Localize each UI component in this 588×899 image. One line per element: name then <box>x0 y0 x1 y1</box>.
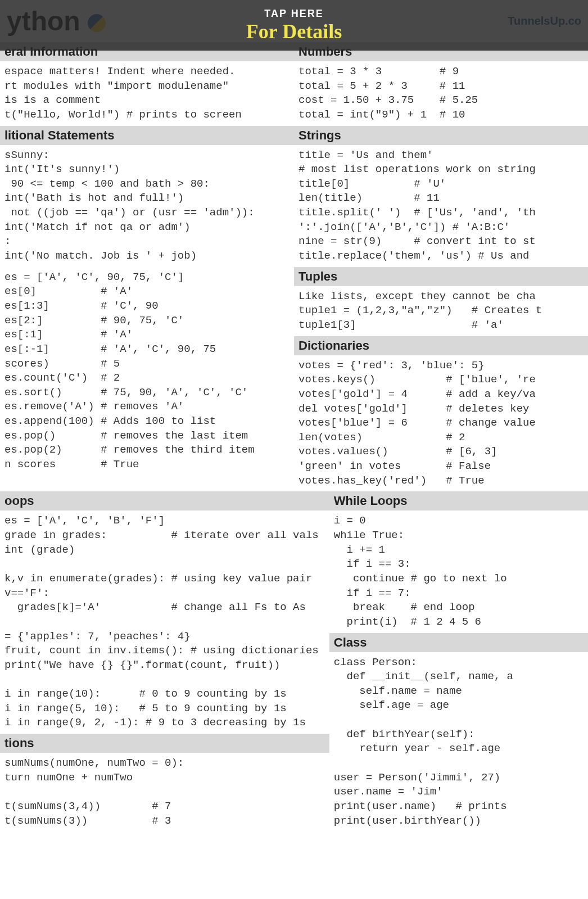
tap-here-text: TAP HERE <box>264 8 323 20</box>
bottom-columns: oops es = ['A', 'C', 'B', 'F'] grade in … <box>0 491 588 832</box>
class-header: Class <box>329 633 588 652</box>
general-info-code: espace matters! Indent where needed. rt … <box>0 61 294 126</box>
while-class-column: While Loops i = 0 while True: i += 1 if … <box>329 491 588 832</box>
right-column: Numbers total = 3 * 3 # 9 total = 5 + 2 … <box>294 42 588 491</box>
tuples-code: Like lists, except they cannot be cha tu… <box>294 286 588 336</box>
loops-code: es = ['A', 'C', 'B', 'F'] grade in grade… <box>0 511 329 734</box>
tuples-header: Tuples <box>294 267 588 286</box>
loops-column: oops es = ['A', 'C', 'B', 'F'] grade in … <box>0 491 329 832</box>
left-column: eral Information espace matters! Indent … <box>0 42 294 491</box>
while-code: i = 0 while True: i += 1 if i == 3: cont… <box>329 511 588 633</box>
dictionaries-code: votes = {'red': 3, 'blue': 5} votes.keys… <box>294 355 588 492</box>
top-columns: eral Information espace matters! Indent … <box>0 42 588 491</box>
lists-code: es = ['A', 'C', 90, 75, 'C'] es[0] # 'A'… <box>0 267 294 476</box>
class-code: class Person: def __init__(self, name, a… <box>329 652 588 832</box>
conditional-header: litional Statements <box>0 126 294 145</box>
functions-header: tions <box>0 734 329 753</box>
strings-header: Strings <box>294 126 588 145</box>
conditional-code: sSunny: int('It's sunny!') 90 <= temp < … <box>0 145 294 267</box>
overlay-banner[interactable]: TAP HERE For Details <box>0 0 588 51</box>
loops-header: oops <box>0 491 329 511</box>
functions-code: sumNums(numOne, numTwo = 0): turn numOne… <box>0 753 329 832</box>
numbers-code: total = 3 * 3 # 9 total = 5 + 2 * 3 # 11… <box>294 61 588 126</box>
for-details-text: For Details <box>246 20 342 43</box>
dictionaries-header: Dictionaries <box>294 336 588 355</box>
strings-code: title = 'Us and them' # most list operat… <box>294 145 588 267</box>
while-header: While Loops <box>329 491 588 511</box>
